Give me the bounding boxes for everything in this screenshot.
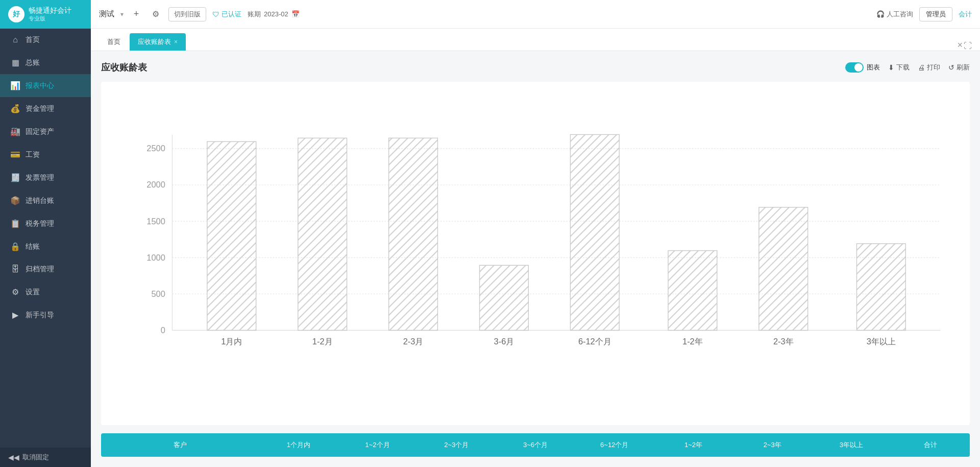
refresh-button[interactable]: ↺ 刷新 [948, 63, 970, 72]
content-area: 应收账龄表 图表 ⬇ 下载 🖨 打印 ↺ 刷新 [91, 51, 980, 467]
tab-home[interactable]: 首页 [99, 33, 129, 51]
refresh-icon: ↺ [948, 63, 954, 72]
tax-icon: 📋 [10, 219, 20, 228]
salary-icon: 💳 [10, 150, 20, 159]
tab-aging-report[interactable]: 应收账龄表 × [130, 33, 186, 51]
company-dropdown-icon[interactable]: ▾ [120, 11, 124, 18]
print-icon: 🖨 [918, 63, 925, 72]
svg-text:2-3月: 2-3月 [403, 337, 424, 346]
table-header: 客户 1个月内 1~2个月 2~3个月 3~6个月 6~12个月 1~2年 2~… [101, 433, 970, 457]
reports-icon: 📊 [10, 81, 20, 90]
col-1-2y: 1~2年 [654, 433, 733, 457]
svg-text:2000: 2000 [146, 180, 165, 189]
page-title: 应收账龄表 [101, 61, 147, 74]
page-header: 应收账龄表 图表 ⬇ 下载 🖨 打印 ↺ 刷新 [101, 61, 970, 74]
sidebar-item-closing[interactable]: 🔒 结账 [0, 235, 91, 258]
col-customer: 客户 [101, 433, 259, 457]
svg-text:0: 0 [161, 325, 165, 335]
svg-text:1-2月: 1-2月 [312, 337, 333, 346]
sidebar-item-salary[interactable]: 💳 工资 [0, 143, 91, 166]
chart-container: 0 500 1000 1500 2000 2500 1月内 1-2月 2-3月 [101, 82, 970, 425]
tabbar: 首页 应收账龄表 × × ⛶ [91, 29, 980, 51]
bar-3y-plus [856, 244, 905, 331]
toggle-knob [854, 63, 863, 72]
svg-text:3年以上: 3年以上 [867, 337, 896, 346]
bar-1-2y [668, 251, 717, 331]
col-2-3y: 2~3年 [733, 433, 812, 457]
svg-text:2-3年: 2-3年 [773, 337, 794, 346]
col-1-2m: 1~2个月 [338, 433, 417, 457]
sidebar-item-tax[interactable]: 📋 税务管理 [0, 212, 91, 235]
inventory-icon: 📦 [10, 196, 20, 205]
svg-text:2500: 2500 [146, 144, 165, 153]
period-display: 账期 2023-02 📅 [248, 10, 300, 19]
sidebar-item-ledger[interactable]: ▦ 总账 [0, 51, 91, 74]
invoice-icon: 🧾 [10, 173, 20, 182]
assets-icon: 🏭 [10, 127, 20, 136]
bar-2-3y [759, 207, 808, 331]
sidebar-item-invoice[interactable]: 🧾 发票管理 [0, 166, 91, 189]
chart-toggle-container: 图表 [845, 62, 880, 73]
tab-close-icon[interactable]: × [174, 38, 178, 45]
svg-text:3-6月: 3-6月 [494, 337, 514, 346]
calendar-icon[interactable]: 📅 [291, 10, 300, 18]
chart-toggle[interactable] [845, 62, 864, 73]
pin-icon: ◀◀ [8, 453, 19, 461]
period-value: 2023-02 [264, 10, 288, 18]
cancel-fixed-button[interactable]: ◀◀ 取消固定 [0, 448, 91, 467]
sidebar: 好 畅捷通好会计 专业版 ⌂ 首页 ▦ 总账 📊 报表中心 💰 资金管理 🏭 固… [0, 0, 91, 467]
sidebar-item-home[interactable]: ⌂ 首页 [0, 29, 91, 51]
sidebar-nav: ⌂ 首页 ▦ 总账 📊 报表中心 💰 资金管理 🏭 固定资产 💳 工资 🧾 发票… [0, 29, 91, 448]
add-button[interactable]: + [130, 8, 143, 21]
download-button[interactable]: ⬇ 下载 [888, 63, 910, 72]
bar-1m [207, 142, 256, 330]
topbar: 测试 ▾ + ⚙ 切到旧版 🛡 已认证 账期 2023-02 📅 🎧 人工咨询 … [91, 0, 980, 29]
headset-icon: 🎧 [876, 10, 885, 18]
sidebar-item-assets[interactable]: 🏭 固定资产 [0, 120, 91, 143]
svg-text:1000: 1000 [146, 253, 165, 262]
sidebar-item-archive[interactable]: 🗄 归档管理 [0, 258, 91, 281]
tabbar-expand-button[interactable]: ⛶ [964, 41, 972, 51]
main-area: 测试 ▾ + ⚙ 切到旧版 🛡 已认证 账期 2023-02 📅 🎧 人工咨询 … [91, 0, 980, 467]
bar-1-2m [298, 138, 347, 330]
svg-text:1月内: 1月内 [221, 337, 242, 346]
tabbar-close-button[interactable]: × [957, 40, 963, 51]
col-total: 合计 [891, 433, 970, 457]
bar-chart: 0 500 1000 1500 2000 2500 1月内 1-2月 2-3月 [116, 92, 954, 415]
funds-icon: 💰 [10, 104, 20, 113]
download-icon: ⬇ [888, 63, 894, 72]
admin-button[interactable]: 管理员 [919, 7, 952, 21]
settings-icon: ⚙ [10, 287, 20, 297]
print-button[interactable]: 🖨 打印 [918, 63, 940, 72]
sidebar-item-guide[interactable]: ▶ 新手引导 [0, 303, 91, 326]
page-actions: 图表 ⬇ 下载 🖨 打印 ↺ 刷新 [845, 62, 970, 73]
bar-2-3m [389, 138, 438, 330]
verified-badge: 🛡 已认证 [212, 10, 241, 19]
guide-icon: ▶ [10, 310, 20, 320]
svg-text:1-2年: 1-2年 [682, 337, 703, 346]
logo-icon: 好 [8, 6, 24, 22]
home-icon: ⌂ [10, 35, 20, 44]
sidebar-item-funds[interactable]: 💰 资金管理 [0, 97, 91, 120]
col-2-3m: 2~3个月 [417, 433, 496, 457]
role-button[interactable]: 会计 [959, 10, 972, 19]
logo-text: 畅捷通好会计 专业版 [29, 6, 71, 22]
col-3y-plus: 3年以上 [812, 433, 891, 457]
closing-icon: 🔒 [10, 242, 20, 251]
app-logo: 好 畅捷通好会计 专业版 [0, 0, 91, 29]
chart-toggle-label: 图表 [867, 63, 880, 72]
switch-old-version-button[interactable]: 切到旧版 [168, 7, 206, 21]
topbar-settings-button[interactable]: ⚙ [149, 8, 162, 21]
help-button[interactable]: 🎧 人工咨询 [876, 10, 913, 19]
sidebar-item-reports[interactable]: 📊 报表中心 [0, 74, 91, 97]
sidebar-item-inventory[interactable]: 📦 进销台账 [0, 189, 91, 212]
ledger-icon: ▦ [10, 58, 20, 67]
company-name: 测试 [99, 9, 114, 19]
col-6-12m: 6~12个月 [575, 433, 654, 457]
bar-3-6m [480, 265, 529, 330]
svg-text:500: 500 [151, 289, 165, 298]
sidebar-item-settings[interactable]: ⚙ 设置 [0, 281, 91, 303]
col-3-6m: 3~6个月 [496, 433, 575, 457]
table-container: 客户 1个月内 1~2个月 2~3个月 3~6个月 6~12个月 1~2年 2~… [101, 433, 970, 457]
archive-icon: 🗄 [10, 265, 20, 274]
